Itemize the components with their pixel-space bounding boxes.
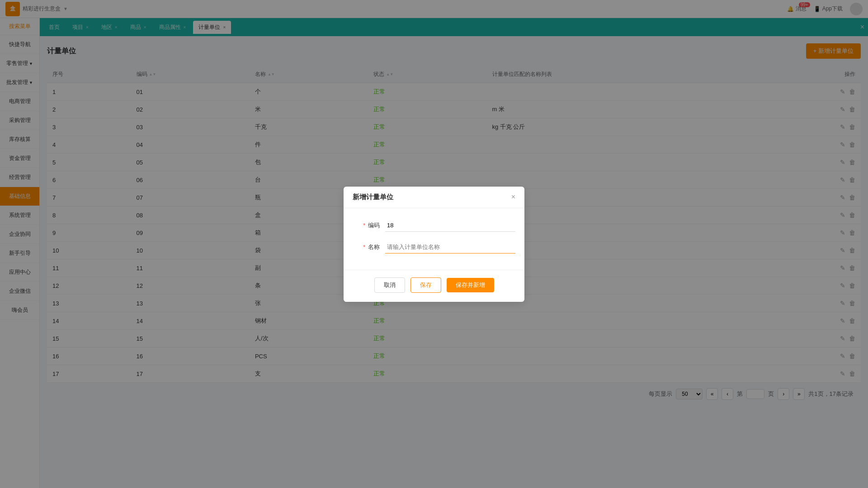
form-item-code: * 编码 18: [353, 219, 515, 232]
modal-overlay: 新增计量单位 × * 编码 18 * 名称 取消 保存 保存并新增: [0, 0, 868, 488]
name-input[interactable]: [385, 241, 515, 253]
modal-title: 新增计量单位: [353, 193, 393, 202]
required-star-name: *: [363, 244, 365, 250]
save-button[interactable]: 保存: [410, 277, 441, 293]
save-and-new-button[interactable]: 保存并新增: [447, 278, 494, 292]
modal-close-button[interactable]: ×: [511, 193, 515, 201]
required-star-code: *: [363, 222, 365, 229]
modal-footer: 取消 保存 保存并新增: [344, 270, 524, 302]
code-label: * 编码: [353, 221, 380, 230]
modal-header: 新增计量单位 ×: [344, 187, 524, 208]
code-input[interactable]: 18: [385, 219, 515, 232]
name-label: * 名称: [353, 243, 380, 251]
form-item-name: * 名称: [353, 241, 515, 253]
cancel-button[interactable]: 取消: [374, 277, 405, 293]
modal-body: * 编码 18 * 名称: [344, 208, 524, 270]
add-unit-modal: 新增计量单位 × * 编码 18 * 名称 取消 保存 保存并新增: [344, 187, 524, 302]
